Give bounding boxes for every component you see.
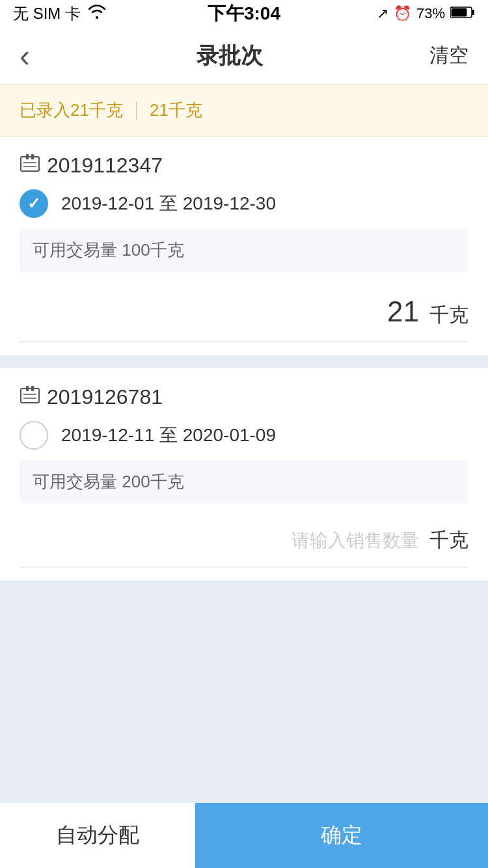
card-divider [0,355,488,368]
batch-date-row-1[interactable]: 2019-12-01 至 2019-12-30 [0,184,488,228]
status-time: 下午3:04 [208,1,280,26]
batch-date-row-2[interactable]: 2019-12-11 至 2020-01-09 [0,416,488,460]
clear-button[interactable]: 清空 [429,42,468,69]
input-placeholder-2: 请输入销售数量 [291,528,419,553]
recorded-value: 21千克 [150,99,202,122]
banner-divider [136,102,137,120]
batch-radio-1[interactable] [20,189,48,218]
batch-icon-2 [20,386,40,409]
confirm-label: 确定 [321,821,362,850]
svg-rect-4 [26,154,29,159]
batch-quota-1: 可用交易量 100千克 [20,228,468,272]
svg-rect-3 [21,157,39,171]
status-right: ↗ ⏰ 73% [377,5,475,23]
batch-card-2: 2019126781 2019-12-11 至 2020-01-09 可用交易量… [0,368,488,580]
amount-value-1: 21 [387,295,419,328]
batch-header-2: 2019126781 [0,368,488,416]
svg-rect-2 [472,10,474,15]
battery-percent: 73% [416,5,445,22]
recorded-label: 已录入21千克 [20,99,123,122]
nav-bar: ‹ 录批次 清空 [0,27,488,85]
amount-unit-1: 千克 [429,302,468,329]
svg-rect-10 [31,386,34,391]
auto-distribute-button[interactable]: 自动分配 [0,803,195,868]
svg-rect-8 [21,388,39,403]
input-unit-2: 千克 [429,527,468,554]
svg-rect-5 [31,154,34,159]
status-bar: 无 SIM 卡 下午3:04 ↗ ⏰ 73% [0,0,488,27]
alarm-icon: ⏰ [394,5,411,22]
batch-date-1: 2019-12-01 至 2019-12-30 [61,191,276,216]
page-title: 录批次 [197,41,263,71]
batch-number-2: 2019126781 [47,385,163,409]
auto-distribute-label: 自动分配 [56,821,139,850]
amount-row-1: 21 千克 [0,285,488,342]
input-row-2[interactable]: 请输入销售数量 千克 [0,517,488,567]
svg-rect-9 [26,386,29,391]
wifi-icon [87,5,107,23]
batch-card-1: 2019112347 2019-12-01 至 2019-12-30 可用交易量… [0,137,488,355]
batch-radio-2[interactable] [20,421,48,450]
carrier-text: 无 SIM 卡 [13,3,81,24]
info-banner: 已录入21千克 21千克 [0,85,488,137]
batch-date-2: 2019-12-11 至 2020-01-09 [61,423,276,448]
svg-rect-1 [452,8,467,17]
status-left: 无 SIM 卡 [13,3,107,24]
card-bottom-space-2 [0,567,488,580]
card-bottom-space-1 [0,342,488,355]
bottom-bar: 自动分配 确定 [0,803,488,868]
confirm-button[interactable]: 确定 [195,803,488,868]
content-area: 已录入21千克 21千克 2019112347 2019-12-01 至 201… [0,85,488,868]
batch-number-1: 2019112347 [47,154,163,178]
batch-quota-2: 可用交易量 200千克 [20,460,468,504]
batch-icon-1 [20,154,40,177]
location-icon: ↗ [377,5,388,22]
battery-icon [450,5,475,23]
back-button[interactable]: ‹ [20,40,30,72]
batch-header-1: 2019112347 [0,137,488,184]
